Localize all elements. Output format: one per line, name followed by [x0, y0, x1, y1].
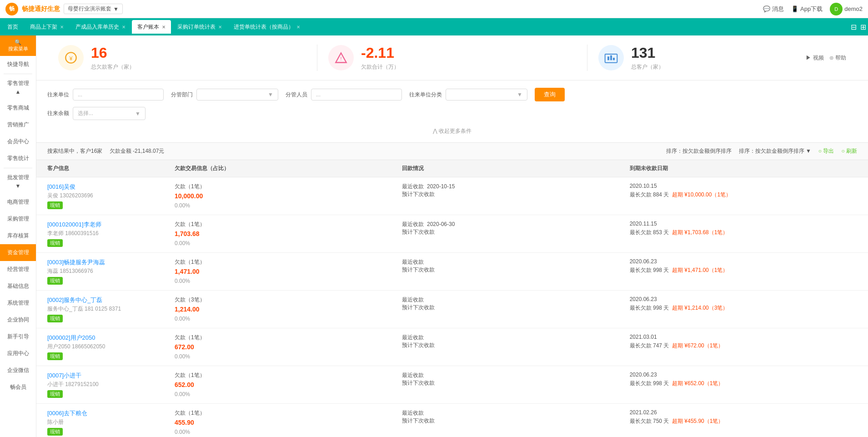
unit-class-select[interactable]: ▼: [446, 89, 527, 100]
sidebar-item-vip[interactable]: 畅会员: [0, 379, 36, 396]
sidebar-item-enterprise[interactable]: 企业协同: [0, 311, 36, 328]
close-tab-incoming-stats[interactable]: ✕: [296, 25, 300, 30]
minimize-icon[interactable]: ⊟: [851, 23, 857, 31]
sidebar-item-quick-nav[interactable]: 快捷导航: [0, 56, 36, 73]
sidebar-item-finance[interactable]: 资金管理: [0, 244, 36, 261]
refresh-button[interactable]: ○ 刷新: [841, 147, 857, 155]
video-button[interactable]: ▶ 视频: [806, 54, 823, 62]
layout: 🔍 搜索菜单 快捷导航 零售管理 ▲ 零售商城 营销推广 会员中心 零售统计 批…: [0, 35, 868, 437]
customer-name-link[interactable]: [0002]服务中心_丁磊: [47, 296, 102, 303]
person-input[interactable]: ...: [311, 89, 402, 100]
close-tab-customer-account[interactable]: ✕: [162, 25, 166, 30]
overdue-link[interactable]: 超期 ¥10,000.00（1笔）: [672, 191, 731, 198]
company-select[interactable]: 母婴行业演示账套 ▼: [64, 4, 123, 14]
tab-production[interactable]: 产成品入库单历史 ✕: [70, 20, 131, 34]
col-header-customer: 客户信息: [47, 165, 175, 172]
sidebar-item-basic-info[interactable]: 基础信息: [0, 278, 36, 295]
tab-customer-account[interactable]: 客户账本 ✕: [132, 20, 171, 34]
debt-amount: 652.00: [175, 381, 402, 388]
sidebar-item-batch-mgmt[interactable]: 批发管理 ▼: [0, 169, 36, 194]
sidebar-item-ecommerce[interactable]: 电商管理: [0, 194, 36, 211]
debt-amount: 10,000.00: [175, 192, 402, 200]
stat-number-total: 131: [631, 45, 664, 61]
overdue-link[interactable]: 超期 ¥1,214.00（3笔）: [672, 305, 728, 311]
recent-pay: 最近收款 2020-06-30: [402, 221, 629, 228]
sidebar-item-system[interactable]: 系统管理: [0, 295, 36, 311]
customer-name-link[interactable]: [0007]小进干: [47, 372, 81, 379]
sidebar-item-retail-store[interactable]: 零售商城: [0, 100, 36, 116]
maximize-icon[interactable]: ⊞: [860, 23, 866, 31]
table-row: [0003]畅捷服务尹海蕊 海蕊 18513066976 现销 欠款（1笔） 1…: [36, 253, 868, 291]
from-unit-input[interactable]: ...: [73, 89, 164, 100]
overdue-info-cell: 2021.02.26 最长欠款 750 天 超期 ¥455.90（1笔）: [630, 409, 857, 425]
overdue-link[interactable]: 超期 ¥672.00（1笔）: [672, 342, 723, 349]
tab-products[interactable]: 商品上下架 ✕: [25, 20, 69, 34]
sidebar-item-wechat[interactable]: 企业微信: [0, 362, 36, 379]
balance-select[interactable]: 选择... ▼: [73, 107, 146, 120]
collapse-button[interactable]: ⋀ 收起更多条件: [47, 126, 857, 137]
table-header: 客户信息 欠款交易信息（占比） 回款情况 到期未收款日期: [36, 160, 868, 177]
customer-phone: 海蕊 18513066976: [47, 267, 175, 275]
dept-select[interactable]: ▼: [196, 89, 278, 100]
sidebar-item-newcomer[interactable]: 新手引导: [0, 328, 36, 345]
chevron-down-icon: ▼: [268, 91, 273, 98]
user-menu[interactable]: D demo2: [830, 3, 863, 15]
tab-home[interactable]: 首页: [2, 20, 24, 34]
debt-pct: 0.00%: [175, 240, 402, 246]
sidebar-item-retail-mgmt[interactable]: 零售管理 ▲: [0, 75, 36, 100]
export-button[interactable]: ○ 导出: [818, 147, 834, 155]
customer-name-link[interactable]: [000002]用户2050: [47, 334, 95, 341]
sidebar-item-app-center[interactable]: 应用中心: [0, 345, 36, 362]
next-pay: 预计下次收款: [402, 228, 629, 236]
sort-label[interactable]: 排序：按欠款金额倒序排序: [666, 147, 732, 155]
logo-icon: 畅: [5, 3, 18, 15]
repay-info-cell: 最近收款 预计下次收款: [402, 334, 629, 349]
svg-rect-6: [610, 55, 612, 60]
sidebar-item-retail-stats[interactable]: 零售统计: [0, 150, 36, 167]
close-tab-purchase-order[interactable]: ✕: [218, 25, 222, 30]
top-bar: 畅 畅捷通好生意 母婴行业演示账套 ▼ 💬 消息 📱 App下载 D demo2: [0, 0, 868, 18]
sidebar-item-stock[interactable]: 库存核算: [0, 227, 36, 244]
overdue-link[interactable]: 超期 ¥455.90（1笔）: [672, 418, 723, 424]
overdue-days: 最长欠款 853 天 超期 ¥1,703.68（1笔）: [630, 229, 857, 236]
help-button[interactable]: ⊙ 帮助: [829, 54, 846, 62]
message-button[interactable]: 💬 消息: [763, 5, 784, 13]
customer-info-cell: [0007]小进干 小进干 18279152100 现销: [47, 372, 175, 398]
col-header-due: 到期未收款日期: [630, 165, 857, 172]
filter-unit-class: 往来单位分类 ▼: [409, 89, 527, 100]
stat-info-total: 131 总客户（家）: [631, 45, 664, 71]
from-unit-label: 往来单位: [47, 91, 69, 99]
customer-name-link[interactable]: [0016]吴俊: [47, 183, 75, 190]
debt-count: 欠款（1笔）: [175, 221, 402, 228]
logo-area: 畅 畅捷通好生意 母婴行业演示账套 ▼: [5, 3, 123, 15]
due-date: 2020.06.23: [630, 258, 857, 265]
stat-card-total: 131 总客户（家） ▶ 视频 ⊙ 帮助: [587, 45, 857, 71]
overdue-link[interactable]: 超期 ¥1,471.00（1笔）: [672, 267, 728, 273]
customer-name-link[interactable]: [0006]去下粮仓: [47, 410, 87, 417]
sidebar-item-member[interactable]: 会员中心: [0, 133, 36, 150]
customer-phone: 吴俊 13026203696: [47, 192, 175, 200]
stat-icon-customers: ¥: [58, 45, 84, 70]
sidebar-item-ops[interactable]: 经营管理: [0, 261, 36, 278]
customer-phone: 陈小册: [47, 418, 175, 426]
tab-purchase-order[interactable]: 采购订单统计表 ✕: [172, 20, 227, 34]
main-content: ¥ 16 总欠款客户（家） ! -2.11 欠款合计（万）: [36, 35, 868, 437]
overdue-link[interactable]: 超期 ¥652.00（1笔）: [672, 380, 723, 387]
close-tab-production[interactable]: ✕: [122, 25, 125, 30]
sidebar-item-purchase[interactable]: 采购管理: [0, 211, 36, 227]
customer-phone: 小进干 18279152100: [47, 381, 175, 388]
overdue-info-cell: 2021.03.01 最长欠款 747 天 超期 ¥672.00（1笔）: [630, 334, 857, 350]
sidebar-item-marketing[interactable]: 营销推广: [0, 116, 36, 133]
search-menu-button[interactable]: 🔍 搜索菜单: [0, 35, 36, 56]
close-tab-products[interactable]: ✕: [60, 25, 64, 30]
overdue-days: 最长欠款 884 天 超期 ¥10,000.00（1笔）: [630, 191, 857, 199]
customer-name-link[interactable]: [0001020001]李老师: [47, 221, 101, 228]
debt-info-cell: 欠款（1笔） 652.00 0.00%: [175, 372, 402, 397]
customer-name-link[interactable]: [0003]畅捷服务尹海蕊: [47, 259, 105, 266]
debt-count: 欠款（1笔）: [175, 334, 402, 342]
app-download-button[interactable]: 📱 App下载: [791, 5, 823, 13]
query-button[interactable]: 查询: [535, 88, 565, 101]
tab-incoming-stats[interactable]: 进货单统计表（按商品） ✕: [228, 20, 306, 34]
overdue-link[interactable]: 超期 ¥1,703.68（1笔）: [672, 229, 728, 236]
debt-amount: 455.90: [175, 419, 402, 426]
